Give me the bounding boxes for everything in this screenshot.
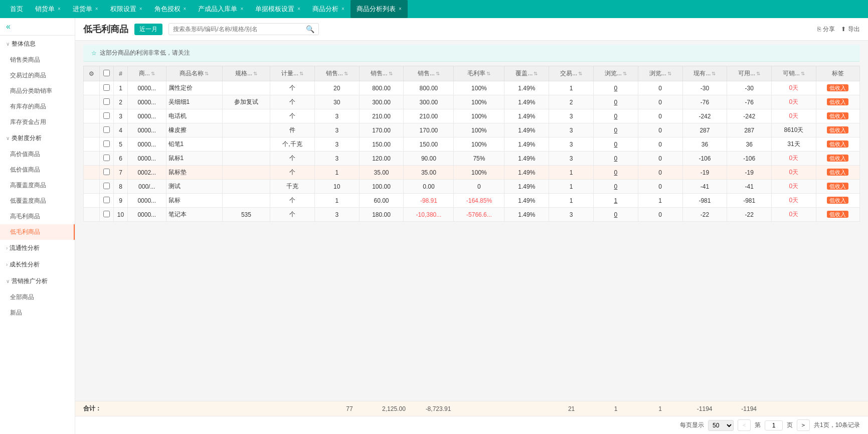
- row-browse1[interactable]: 0: [594, 123, 638, 137]
- row-name[interactable]: 测试: [166, 180, 222, 194]
- row-checkbox[interactable]: [100, 95, 114, 109]
- sidebar-group-class-analysis[interactable]: ∨ 类射度分析: [0, 130, 75, 147]
- nav-product-analysis-list-close[interactable]: ×: [399, 0, 402, 18]
- col-sellable[interactable]: 可销...⇅: [772, 66, 816, 81]
- nav-purchase-close[interactable]: ×: [95, 0, 98, 18]
- sidebar-item-all-products[interactable]: 全部商品: [0, 290, 75, 305]
- sidebar-group-marketing[interactable]: ∨ 营销推广分析: [0, 273, 75, 290]
- sidebar-item-stock-capital[interactable]: 库存资金占用: [0, 114, 75, 130]
- sidebar-item-high-coverage[interactable]: 高覆盖度商品: [0, 178, 75, 193]
- share-button[interactable]: ⎘ 分享: [817, 25, 835, 34]
- col-current-stock[interactable]: 现有...⇅: [682, 66, 727, 81]
- sidebar-group-overall[interactable]: ∨ 整体信息: [0, 36, 75, 52]
- col-browse1[interactable]: 浏览...⇅: [594, 66, 638, 81]
- row-browse1[interactable]: 0: [594, 166, 638, 180]
- nav-template[interactable]: 单据模板设置 ×: [249, 0, 306, 18]
- nav-sales[interactable]: 销货单 ×: [29, 0, 67, 18]
- row-stock: 36: [682, 137, 727, 152]
- nav-permissions-close[interactable]: ×: [139, 0, 142, 18]
- nav-product-entry[interactable]: 产成品入库单 ×: [192, 0, 249, 18]
- prev-page-btn[interactable]: ＜: [738, 419, 751, 431]
- search-icon[interactable]: 🔍: [306, 25, 314, 33]
- nav-roles[interactable]: 角色授权 ×: [148, 0, 193, 18]
- row-browse1[interactable]: 0: [594, 152, 638, 166]
- nav-permissions[interactable]: 权限设置 ×: [104, 0, 148, 18]
- row-name[interactable]: 鼠标垫: [166, 166, 222, 180]
- row-checkbox[interactable]: [100, 208, 114, 222]
- row-checkbox[interactable]: [100, 194, 114, 208]
- nav-product-analysis-list[interactable]: 商品分析列表 ×: [351, 0, 408, 18]
- row-name[interactable]: 鼠标1: [166, 152, 222, 166]
- row-name[interactable]: 属性定价: [166, 81, 222, 95]
- sidebar-item-low-value[interactable]: 低价值商品: [0, 162, 75, 178]
- row-browse1[interactable]: 0: [594, 81, 638, 95]
- nav-product-analysis-close[interactable]: ×: [341, 0, 344, 18]
- col-sales-price[interactable]: 销售...⇅: [359, 66, 404, 81]
- row-name[interactable]: 电话机: [166, 109, 222, 123]
- footer-total-label: 合计：: [83, 404, 101, 413]
- row-browse1[interactable]: 0: [594, 95, 638, 109]
- sidebar-item-traded-goods[interactable]: 交易过的商品: [0, 68, 75, 83]
- col-settings[interactable]: ⚙: [84, 66, 100, 81]
- per-page-select[interactable]: 50 100 200: [708, 420, 734, 431]
- row-name[interactable]: 笔记本: [166, 208, 222, 222]
- row-checkbox[interactable]: [100, 123, 114, 137]
- col-trade[interactable]: 交易...⇅: [549, 66, 594, 81]
- row-browse1[interactable]: 0: [594, 137, 638, 152]
- nav-sales-close[interactable]: ×: [58, 0, 61, 18]
- row-checkbox[interactable]: [100, 166, 114, 180]
- row-browse1[interactable]: 0: [594, 208, 638, 222]
- row-checkbox[interactable]: [100, 180, 114, 194]
- row-name[interactable]: 吴细细1: [166, 95, 222, 109]
- row-checkbox[interactable]: [100, 137, 114, 152]
- nav-product-entry-close[interactable]: ×: [240, 0, 243, 18]
- col-code[interactable]: 商...⇅: [128, 66, 166, 81]
- col-name[interactable]: 商品名称⇅: [166, 66, 222, 81]
- sidebar-item-high-value[interactable]: 高价值商品: [0, 147, 75, 162]
- row-checkbox[interactable]: [100, 81, 114, 95]
- select-all-checkbox[interactable]: [103, 70, 110, 76]
- row-num: 2: [114, 95, 128, 109]
- nav-template-close[interactable]: ×: [297, 0, 300, 18]
- row-browse1[interactable]: 0: [594, 180, 638, 194]
- nav-product-analysis[interactable]: 商品分析 ×: [306, 0, 351, 18]
- row-browse1[interactable]: 0: [594, 109, 638, 123]
- col-browse2[interactable]: 浏览...⇅: [638, 66, 682, 81]
- sidebar-item-low-margin[interactable]: 低毛利商品: [0, 224, 75, 240]
- row-name[interactable]: 铅笔1: [166, 137, 222, 152]
- page-number-input[interactable]: [765, 420, 783, 430]
- nav-purchase[interactable]: 进货单 ×: [67, 0, 104, 18]
- row-checkbox[interactable]: [100, 109, 114, 123]
- sidebar-collapse-btn[interactable]: «: [4, 22, 13, 31]
- nav-roles-close[interactable]: ×: [184, 0, 187, 18]
- export-button[interactable]: ⬆ 导出: [841, 25, 860, 34]
- sidebar-item-stock-goods[interactable]: 有库存的商品: [0, 99, 75, 114]
- nav-home[interactable]: 首页: [4, 0, 29, 18]
- search-input[interactable]: [173, 26, 306, 33]
- sidebar-item-sales-goods[interactable]: 销售类商品: [0, 52, 75, 68]
- row-browse1[interactable]: 1: [594, 194, 638, 208]
- row-checkbox[interactable]: [100, 152, 114, 166]
- sidebar-item-new-products[interactable]: 新品: [0, 305, 75, 321]
- row-name[interactable]: 橡皮擦: [166, 123, 222, 137]
- col-available[interactable]: 可用...⇅: [727, 66, 772, 81]
- col-cover-rate[interactable]: 覆盖...⇅: [504, 66, 549, 81]
- row-name[interactable]: 鼠标: [166, 194, 222, 208]
- period-button[interactable]: 近一月: [134, 24, 162, 35]
- sidebar-item-high-margin[interactable]: 高毛利商品: [0, 209, 75, 224]
- col-spec[interactable]: 规格...⇅: [222, 66, 270, 81]
- page-header: 低毛利商品 近一月 🔍 ⎘ 分享 ⬆ 导出: [75, 18, 868, 41]
- sidebar-item-low-coverage[interactable]: 低覆盖度商品: [0, 193, 75, 209]
- row-available: -242: [727, 109, 772, 123]
- col-num: #: [114, 66, 128, 81]
- row-available: -981: [727, 194, 772, 208]
- col-sales-qty[interactable]: 销售...⇅: [314, 66, 359, 81]
- sidebar-item-category-assist[interactable]: 商品分类助销率: [0, 83, 75, 99]
- col-gross-rate[interactable]: 毛利率⇅: [454, 66, 504, 81]
- col-unit[interactable]: 计量...⇅: [270, 66, 315, 81]
- next-page-btn[interactable]: ＞: [797, 419, 810, 431]
- sidebar-group-growth[interactable]: › 成长性分析: [0, 256, 75, 273]
- row-sales-qty: 30: [314, 95, 359, 109]
- col-sales-profit[interactable]: 销售...⇅: [404, 66, 454, 81]
- sidebar-group-circulation[interactable]: › 流通性分析: [0, 240, 75, 256]
